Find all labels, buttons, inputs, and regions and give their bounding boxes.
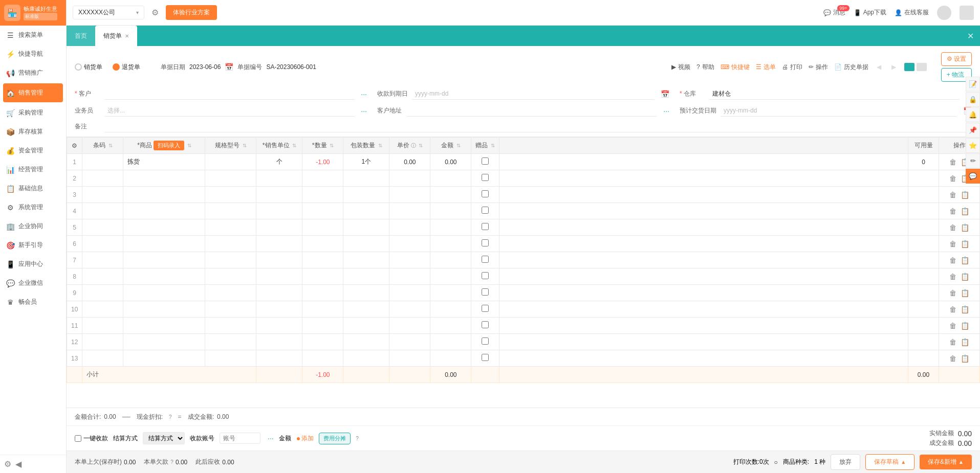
cell-spec[interactable] — [205, 219, 256, 236]
sidebar-item-inventory[interactable]: 📦 库存核算 — [0, 122, 66, 141]
cell-pkg-qty[interactable] — [343, 203, 389, 219]
cell-product[interactable] — [123, 318, 205, 334]
cell-barcode[interactable] — [82, 252, 123, 268]
gift-checkbox[interactable] — [482, 157, 489, 165]
draft-button[interactable]: 保存草稿 ▲ — [865, 454, 914, 470]
salesperson-input[interactable] — [104, 105, 355, 117]
cell-pkg-qty[interactable] — [343, 252, 389, 268]
cell-barcode[interactable] — [82, 318, 123, 334]
copy-icon[interactable]: 📋 — [961, 322, 969, 330]
cell-gift[interactable] — [471, 285, 499, 301]
cell-unit-price[interactable] — [389, 318, 430, 334]
cell-barcode[interactable] — [82, 203, 123, 219]
cell-product[interactable] — [123, 203, 205, 219]
delete-icon[interactable]: 🗑 — [949, 174, 956, 183]
settings-button[interactable]: ⚙ — [149, 6, 161, 19]
delete-icon[interactable]: 🗑 — [949, 289, 956, 297]
cell-spec[interactable] — [205, 170, 256, 187]
radio-sales[interactable]: 销货单 — [75, 63, 102, 72]
customer-expand-icon[interactable]: ··· — [361, 90, 367, 98]
delete-icon[interactable]: 🗑 — [949, 191, 956, 199]
fee-split-info-icon[interactable]: ? — [356, 436, 359, 441]
sidebar-item-wechat[interactable]: 💬 企业微信 — [0, 274, 66, 292]
add-payment-button[interactable]: ● 添加 — [296, 434, 314, 443]
cell-qty[interactable] — [302, 268, 343, 285]
cell-gift[interactable] — [471, 350, 499, 367]
cell-product[interactable] — [123, 285, 205, 301]
cell-gift[interactable] — [471, 203, 499, 219]
delete-icon[interactable]: 🗑 — [949, 354, 956, 363]
cell-qty[interactable] — [302, 350, 343, 367]
delete-icon[interactable]: 🗑 — [949, 158, 956, 166]
delete-icon[interactable]: 🗑 — [949, 256, 956, 264]
rp-btn-5[interactable]: ⭐ — [966, 138, 980, 153]
cell-unit-price[interactable] — [389, 203, 430, 219]
cell-unit-price[interactable] — [389, 350, 430, 367]
cell-qty[interactable] — [302, 236, 343, 252]
doc-date-calendar-icon[interactable]: 📅 — [225, 63, 233, 71]
app-download-button[interactable]: 📱 App下载 — [854, 8, 886, 17]
cell-product[interactable]: 拣货 — [123, 154, 205, 170]
rp-btn-2[interactable]: 🔒 — [966, 92, 980, 107]
sort-qty-icon[interactable]: ⇅ — [330, 143, 334, 148]
one-click-pay-checkbox[interactable]: 一键收款 — [75, 434, 108, 443]
copy-icon[interactable]: 📋 — [961, 305, 969, 313]
price-info-icon[interactable]: ⓘ — [411, 143, 416, 148]
tab-close-icon[interactable]: ✕ — [125, 33, 129, 39]
cell-unit[interactable] — [256, 318, 302, 334]
copy-icon[interactable]: 📋 — [961, 223, 969, 232]
cell-gift[interactable] — [471, 170, 499, 187]
cell-spec[interactable] — [205, 301, 256, 318]
rp-btn-7[interactable]: 💬 — [966, 169, 980, 184]
copy-icon[interactable]: 📋 — [961, 256, 969, 264]
settlement-method-select[interactable]: 结算方式 — [143, 432, 185, 444]
cell-unit[interactable] — [256, 236, 302, 252]
sidebar-item-basic-info[interactable]: 📋 基础信息 — [0, 179, 66, 198]
sort-gift-icon[interactable]: ⇅ — [491, 143, 495, 148]
trial-button[interactable]: 体验行业方案 — [166, 5, 217, 20]
cell-gift[interactable] — [471, 318, 499, 334]
cell-pkg-qty[interactable] — [343, 187, 389, 203]
cell-spec[interactable] — [205, 236, 256, 252]
cell-gift[interactable] — [471, 236, 499, 252]
cell-pkg-qty[interactable] — [343, 236, 389, 252]
cell-barcode[interactable] — [82, 334, 123, 350]
cell-qty[interactable] — [302, 252, 343, 268]
cell-unit-price[interactable] — [389, 268, 430, 285]
cell-unit[interactable] — [256, 203, 302, 219]
cell-unit-price[interactable] — [389, 285, 430, 301]
cell-gift[interactable] — [471, 268, 499, 285]
cell-pkg-qty[interactable] — [343, 268, 389, 285]
gift-checkbox[interactable] — [482, 305, 489, 312]
copy-icon[interactable]: 📋 — [961, 191, 969, 199]
online-service-button[interactable]: 👤 在线客服 — [895, 8, 929, 17]
cell-spec[interactable] — [205, 318, 256, 334]
cell-amount[interactable] — [430, 252, 471, 268]
toolbar-help[interactable]: ? 帮助 — [696, 63, 714, 72]
view-grid-icon[interactable] — [917, 63, 927, 71]
gift-checkbox[interactable] — [482, 174, 489, 181]
copy-icon[interactable]: 📋 — [961, 207, 969, 215]
toolbar-shortcut[interactable]: ⌨ 快捷键 — [721, 63, 750, 72]
cell-amount[interactable] — [430, 301, 471, 318]
cell-unit[interactable] — [256, 301, 302, 318]
cell-qty[interactable] — [302, 285, 343, 301]
cell-pkg-qty[interactable] — [343, 318, 389, 334]
copy-icon[interactable]: 📋 — [961, 289, 969, 297]
cell-barcode[interactable] — [82, 285, 123, 301]
cell-barcode[interactable] — [82, 170, 123, 187]
cell-unit[interactable] — [256, 334, 302, 350]
rp-btn-1[interactable]: 📝 — [966, 77, 980, 92]
delete-icon[interactable]: 🗑 — [949, 223, 956, 232]
cell-unit-price[interactable] — [389, 187, 430, 203]
cell-gift[interactable] — [471, 187, 499, 203]
cell-unit-price[interactable] — [389, 236, 430, 252]
message-button[interactable]: 💬 消息 99+ — [823, 8, 845, 17]
cell-amount[interactable] — [430, 285, 471, 301]
toolbar-operation[interactable]: ✏ 操作 — [809, 63, 828, 72]
cell-unit-price[interactable] — [389, 252, 430, 268]
tab-home[interactable]: 首页 — [67, 26, 95, 46]
user-avatar[interactable] — [937, 6, 951, 20]
gift-checkbox[interactable] — [482, 190, 489, 197]
sidebar-item-sales-mgmt[interactable]: 🏠 销售管理 — [3, 83, 63, 102]
